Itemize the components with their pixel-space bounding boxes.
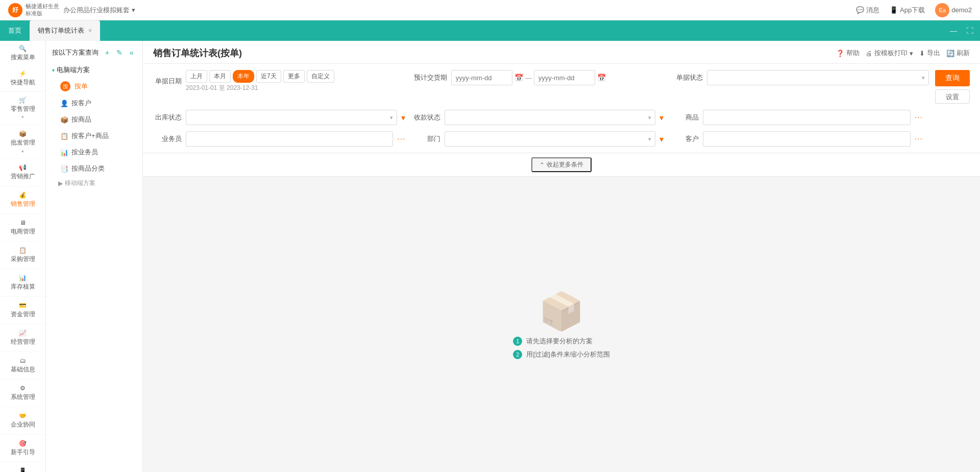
sidebar-item-basic[interactable]: 🗂 基础信息 (0, 352, 45, 380)
status-select-wrapper (707, 70, 929, 85)
scheme-item-by-customer-product[interactable]: 📋 按客户+商品 (46, 128, 142, 144)
query-button[interactable]: 查询 (935, 70, 970, 86)
sidebar-item-newuser[interactable]: 🎯 新手引导 (0, 435, 45, 462)
print-button[interactable]: 🖨 按模板打印 ▾ (866, 49, 913, 58)
sidebar-item-appcenter[interactable]: 📱 应用中心 (0, 462, 45, 472)
help-button[interactable]: ❓ 帮助 (836, 49, 860, 58)
logo-icon: 好 (8, 3, 22, 17)
sidebar-search-button[interactable]: 🔍 搜索菜单 (0, 41, 45, 66)
tab-home[interactable]: 首页 (0, 20, 30, 41)
scheme-item-by-product[interactable]: 📦 按商品 (46, 111, 142, 128)
hint-text-1: 请先选择要分析的方案 (526, 337, 593, 346)
message-button[interactable]: 💬 消息 (856, 6, 879, 15)
sidebar-item-wholesale[interactable]: 📦 批发管理 ▴ (0, 125, 45, 159)
refresh-button[interactable]: 🔄 刷新 (946, 49, 970, 58)
product-input[interactable] (703, 110, 910, 125)
customer-input[interactable] (703, 131, 910, 147)
salesperson-icon: 📊 (60, 149, 68, 156)
sidebar-item-operations[interactable]: 📈 经营管理 (0, 324, 45, 352)
active-indicator: 按 (60, 81, 70, 91)
customer-icon: 👤 (60, 100, 68, 107)
tab-maximize-button[interactable]: ⛶ (964, 25, 976, 37)
sidebar-quicknav-button[interactable]: ⚡ 快捷导航 (0, 66, 45, 91)
scheme-mobile-section[interactable]: ▶ 移动端方案 (46, 177, 142, 190)
tab-minimize-button[interactable]: — (947, 25, 960, 37)
salesperson-input[interactable] (186, 131, 393, 147)
sidebar-item-retail[interactable]: 🛒 零售管理 ▾ (0, 91, 45, 125)
sidebar-item-inventory[interactable]: 📊 库存核算 (0, 269, 45, 297)
scheme-item-by-customer[interactable]: 👤 按客户 (46, 95, 142, 111)
hint-number-1: 1 (513, 337, 522, 346)
date-btn-custom[interactable]: 自定义 (307, 70, 334, 83)
salesperson-label: 业务员 (153, 134, 182, 144)
tab-close-button[interactable]: × (88, 27, 92, 34)
payment-more-button[interactable]: ▾ (659, 113, 664, 123)
scheme-item-by-order[interactable]: 按 按单 (46, 78, 142, 95)
sidebar-item-enterprise[interactable]: 🤝 企业协同 (0, 407, 45, 435)
user-menu[interactable]: Ea demo2 (935, 3, 972, 17)
scheme-add-button[interactable]: + (103, 48, 112, 57)
scheme-desktop-section: ▾ 电脑端方案 按 按单 👤 按客户 📦 按商品 📋 按客户+商品 (46, 62, 142, 177)
collapse-button[interactable]: ⌃ 收起更多条件 (531, 157, 592, 172)
status-select[interactable] (707, 70, 929, 85)
sales-icon: 💰 (19, 192, 27, 199)
product-icon: 📦 (60, 116, 68, 124)
sidebar-item-purchase[interactable]: 📋 采购管理 (0, 242, 45, 269)
dept-select[interactable] (445, 131, 656, 147)
action-buttons: 查询 设置 (935, 70, 970, 104)
dept-label: 部门 (412, 134, 440, 144)
category-icon: 📑 (60, 165, 68, 173)
filter-row-3: 业务员 ··· 部门 ▾ (153, 131, 970, 147)
sidebar-item-marketing[interactable]: 📢 营销推广 (0, 159, 45, 186)
delivery-date-end-input[interactable] (534, 70, 595, 85)
salesperson-more-button[interactable]: ··· (397, 134, 405, 144)
system-icon: ⚙ (20, 385, 26, 392)
customer-filter-group: 客户 ··· (670, 131, 923, 147)
payment-select[interactable] (445, 110, 656, 125)
delivery-date-input-group: 📅 — 📅 (451, 70, 606, 85)
scheme-item-by-category[interactable]: 📑 按商品分类 (46, 160, 142, 177)
outbound-more-button[interactable]: ▾ (401, 113, 406, 123)
product-more-button[interactable]: ··· (915, 113, 923, 122)
sidebar-item-finance[interactable]: 💳 资金管理 (0, 297, 45, 324)
calendar-start-icon[interactable]: 📅 (514, 74, 523, 82)
sidebar-item-sales[interactable]: 💰 销售管理 (0, 186, 45, 214)
sidebar-item-ecommerce[interactable]: 🖥 电商管理 (0, 214, 45, 242)
top-bar-right: 💬 消息 📱 App下载 Ea demo2 (856, 3, 972, 17)
chevron-up-icon: ▴ (21, 148, 24, 153)
date-btn-this-month[interactable]: 本月 (209, 70, 231, 83)
data-area: 📦 1 请先选择要分析的方案 2 用[过滤]条件来缩小分析范围 (143, 177, 980, 472)
date-btn-last7days[interactable]: 近7天 (256, 70, 281, 83)
settings-button[interactable]: 设置 (935, 89, 970, 104)
chevron-down-icon: ▾ (910, 50, 913, 57)
scheme-edit-button[interactable]: ✎ (115, 48, 124, 57)
refresh-icon: 🔄 (946, 50, 954, 57)
scheme-panel-header: 按以下方案查询 + ✎ « (46, 45, 142, 60)
main-layout: 🔍 搜索菜单 ⚡ 快捷导航 🛒 零售管理 ▾ 📦 批发管理 ▴ 📢 营销推广 💰… (0, 41, 980, 472)
page-header: 销售订单统计表(按单) ❓ 帮助 🖨 按模板打印 ▾ ⬇ 导出 (143, 41, 980, 64)
sidebar-item-system[interactable]: ⚙ 系统管理 (0, 380, 45, 407)
empty-hint-1: 1 请先选择要分析的方案 (513, 337, 609, 346)
app-selector[interactable]: 办公用品行业模拟账套 ▾ (63, 6, 135, 15)
date-btn-last-month[interactable]: 上月 (186, 70, 207, 83)
calendar-end-icon[interactable]: 📅 (597, 74, 606, 82)
tab-sales-order-stats[interactable]: 销售订单统计表 × (30, 20, 100, 41)
collapse-icon: ⌃ (540, 161, 545, 169)
customer-more-button[interactable]: ··· (915, 134, 923, 144)
date-btn-this-year[interactable]: 本年 (233, 70, 254, 83)
date-separator: — (525, 74, 532, 82)
chevron-down-icon: ▾ (21, 114, 24, 120)
logo-area: 好 畅捷通好生意 标准版 (8, 3, 59, 17)
main-content: 销售订单统计表(按单) ❓ 帮助 🖨 按模板打印 ▾ ⬇ 导出 (143, 41, 980, 472)
avatar: Ea (935, 3, 949, 17)
delivery-date-start-input[interactable] (451, 70, 512, 85)
outbound-select[interactable] (186, 110, 397, 125)
dept-more-button[interactable]: ▾ (659, 134, 664, 144)
purchase-icon: 📋 (19, 247, 27, 254)
date-btn-more[interactable]: 更多 (283, 70, 305, 83)
export-button[interactable]: ⬇ 导出 (919, 49, 940, 58)
app-download-button[interactable]: 📱 App下载 (890, 6, 925, 15)
scheme-desktop-header[interactable]: ▾ 电脑端方案 (46, 62, 142, 78)
scheme-item-by-salesperson[interactable]: 📊 按业务员 (46, 144, 142, 160)
scheme-collapse-button[interactable]: « (127, 48, 136, 57)
